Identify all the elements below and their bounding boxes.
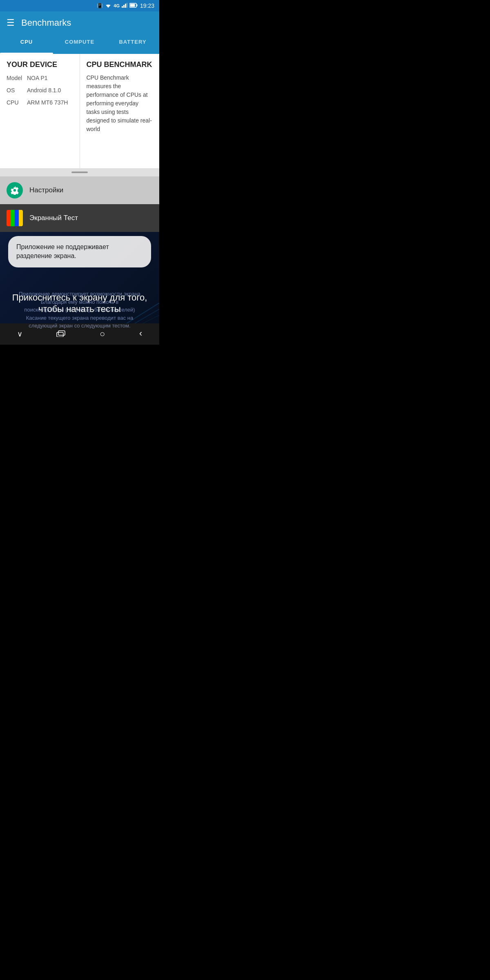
app-title: Benchmarks xyxy=(21,18,71,28)
device-card-title: YOUR DEVICE xyxy=(7,60,73,69)
device-info-card: YOUR DEVICE Model NOA P1 OS Android 8.1.… xyxy=(0,54,80,168)
menu-item-settings[interactable]: Настройки xyxy=(0,176,159,204)
device-row-cpu: CPU ARM MT6 737H xyxy=(7,99,73,106)
tab-battery[interactable]: BATTERY xyxy=(106,34,159,54)
tab-cpu[interactable]: CPU xyxy=(0,34,53,54)
svg-rect-2 xyxy=(122,6,123,8)
app-bar: ☰ Benchmarks xyxy=(0,11,159,34)
content-area: YOUR DEVICE Model NOA P1 OS Android 8.1.… xyxy=(0,54,159,168)
tabs-bar: CPU COMPUTE BATTERY xyxy=(0,34,159,54)
touch-prompt-text: Прикоснитесь к экрану для того, чтобы на… xyxy=(12,292,147,314)
split-screen-toast: Приложение не поддерживает разделение эк… xyxy=(8,236,151,267)
benchmark-description: CPU Benchmark measures the performance o… xyxy=(87,74,153,134)
svg-rect-5 xyxy=(127,3,127,8)
vibrate-icon: 📳 xyxy=(97,3,103,9)
lower-section[interactable]: Настройки Экранный Тест Приложение не по… xyxy=(0,176,159,345)
touch-prompt[interactable]: Прикоснитесь к экрану для того, чтобы на… xyxy=(0,292,159,315)
cpu-label: CPU xyxy=(7,99,27,106)
benchmark-title: CPU BENCHMARK xyxy=(87,60,153,69)
os-value: Android 8.1.0 xyxy=(27,87,61,94)
tab-compute[interactable]: COMPUTE xyxy=(53,34,106,54)
device-row-model: Model NOA P1 xyxy=(7,75,73,81)
network-4g-icon: 4G xyxy=(114,3,120,8)
svg-rect-4 xyxy=(125,4,126,8)
benchmark-description-card: CPU BENCHMARK CPU Benchmark measures the… xyxy=(80,54,160,168)
svg-rect-3 xyxy=(123,5,125,8)
screen-test-icon xyxy=(7,210,23,226)
cpu-value: ARM MT6 737H xyxy=(27,99,68,106)
toast-message: Приложение не поддерживает разделение эк… xyxy=(16,243,109,259)
device-row-os: OS Android 8.1.0 xyxy=(7,87,73,94)
model-value: NOA P1 xyxy=(27,75,48,81)
os-label: OS xyxy=(7,87,27,94)
battery-icon xyxy=(129,3,138,9)
status-time: 19:23 xyxy=(140,2,154,9)
settings-label: Настройки xyxy=(29,186,63,194)
context-menu: Настройки Экранный Тест Приложение не по… xyxy=(0,176,159,272)
model-label: Model xyxy=(7,75,27,81)
menu-button[interactable]: ☰ xyxy=(7,18,15,28)
svg-rect-7 xyxy=(136,4,137,6)
menu-item-screen-test[interactable]: Экранный Тест xyxy=(0,204,159,232)
screen-test-label: Экранный Тест xyxy=(29,214,78,222)
settings-icon xyxy=(7,182,23,198)
svg-rect-8 xyxy=(130,4,135,7)
signal-icon xyxy=(122,3,127,9)
status-bar: 📳 4G xyxy=(0,0,159,11)
handle-bar xyxy=(71,172,88,173)
wifi-icon xyxy=(105,3,111,9)
status-icons: 📳 4G xyxy=(97,3,138,9)
divider-handle xyxy=(0,168,159,176)
